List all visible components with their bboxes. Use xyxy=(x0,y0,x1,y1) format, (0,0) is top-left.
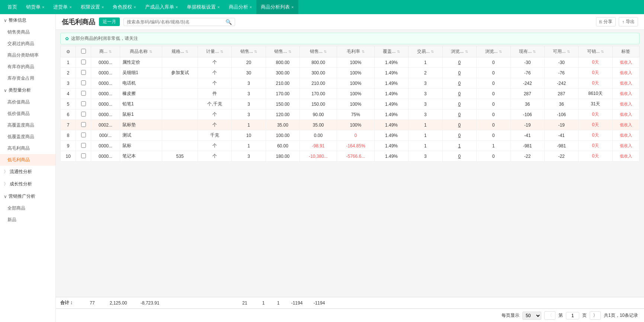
column-spec[interactable]: 规格... ⇅ xyxy=(162,46,198,57)
column-checkbox[interactable] xyxy=(76,46,91,57)
row-checkbox[interactable] xyxy=(81,133,86,137)
cell-checkbox[interactable] xyxy=(76,57,91,68)
cell-view1[interactable]: 1 xyxy=(442,141,476,151)
next-page-button[interactable]: 〉 xyxy=(590,311,601,320)
close-icon[interactable]: × xyxy=(250,5,252,9)
nav-product-inbound[interactable]: 产成品入库单 × xyxy=(141,0,182,14)
row-checkbox[interactable] xyxy=(81,153,86,158)
sort-icon: ⇅ xyxy=(431,50,434,54)
nav-sales-order[interactable]: 销货单 × xyxy=(22,0,49,14)
sidebar-item-low-value[interactable]: 低价值商品 xyxy=(0,108,55,119)
cell-view1[interactable]: 0 xyxy=(442,120,476,130)
column-gross-margin[interactable]: 毛利率 ⇅ xyxy=(337,46,374,57)
select-all-checkbox[interactable] xyxy=(81,49,86,54)
row-checkbox[interactable] xyxy=(81,91,86,96)
sidebar-item-category-sales-rate[interactable]: 商品分类助销率 xyxy=(0,50,55,61)
cell-view1[interactable]: 0 xyxy=(442,109,476,120)
cell-current-stock: -106 xyxy=(510,109,544,120)
gear-icon[interactable]: ⚙ xyxy=(66,49,70,54)
sidebar-item-stocked-products[interactable]: 有库存的商品 xyxy=(0,61,55,73)
row-checkbox[interactable] xyxy=(81,70,86,75)
sidebar-item-sales-products[interactable]: 销售类商品 xyxy=(0,26,55,38)
sidebar-item-high-value[interactable]: 高价值商品 xyxy=(0,96,55,108)
sidebar-item-all-products[interactable]: 全部商品 xyxy=(0,203,55,214)
footer-total-label: 合计： xyxy=(60,300,74,306)
row-checkbox[interactable] xyxy=(81,112,86,117)
nav-purchase-order[interactable]: 进货单 × xyxy=(49,0,76,14)
column-code[interactable]: 商... ⇅ xyxy=(91,46,120,57)
cell-checkbox[interactable] xyxy=(76,120,91,130)
column-available[interactable]: 可用... ⇅ xyxy=(544,46,578,57)
sidebar-item-low-margin[interactable]: 低毛利商品 xyxy=(0,154,55,166)
column-current-stock[interactable]: 现有... ⇅ xyxy=(510,46,544,57)
cell-checkbox[interactable] xyxy=(76,78,91,89)
column-coverage[interactable]: 覆盖... ⇅ xyxy=(374,46,408,57)
sidebar-group-growth[interactable]: 〉 成长性分析 xyxy=(0,178,55,190)
cell-checkbox[interactable] xyxy=(76,109,91,120)
cell-view2: 0 xyxy=(477,109,510,120)
sidebar-item-stock-capital[interactable]: 库存资金占用 xyxy=(0,73,55,84)
cell-view1[interactable]: 0 xyxy=(442,99,476,109)
row-checkbox[interactable] xyxy=(81,122,86,127)
sidebar-item-high-margin[interactable]: 高毛利商品 xyxy=(0,143,55,154)
column-view2[interactable]: 浏览... ⇅ xyxy=(477,46,510,57)
table-container[interactable]: ⚙ 商... ⇅ 商品名称 ⇅ 规格... ⇅ 计量... ⇅ 销售... ⇅ … xyxy=(56,46,644,297)
column-sellable[interactable]: 可销... ⇅ xyxy=(579,46,612,57)
close-icon[interactable]: × xyxy=(102,5,104,9)
row-checkbox[interactable] xyxy=(81,101,86,106)
close-icon[interactable]: × xyxy=(69,5,71,9)
cell-checkbox[interactable] xyxy=(76,89,91,99)
cell-unit: 个 xyxy=(198,78,231,89)
cell-view1[interactable]: 0 xyxy=(442,78,476,89)
nav-home[interactable]: 首页 xyxy=(3,0,22,14)
column-sales-count[interactable]: 销售... ⇅ xyxy=(232,46,266,57)
sidebar-group-overall[interactable]: ∨ 整体信息 xyxy=(0,14,55,26)
cell-view1[interactable]: 0 xyxy=(442,68,476,78)
close-icon[interactable]: × xyxy=(217,5,220,9)
cell-view1[interactable]: 0 xyxy=(442,57,476,68)
row-checkbox[interactable] xyxy=(81,60,86,64)
column-name[interactable]: 商品名称 ⇅ xyxy=(120,46,162,57)
sidebar-item-new-products[interactable]: 新品 xyxy=(0,214,55,226)
export-button[interactable]: ↑ 导出 xyxy=(619,17,638,26)
close-icon[interactable]: × xyxy=(134,5,136,9)
column-tag[interactable]: 标签 xyxy=(612,46,639,57)
nav-product-analysis-list[interactable]: 商品分析列表 × xyxy=(256,0,298,14)
row-checkbox[interactable] xyxy=(81,80,86,85)
page-size-select[interactable]: 10 20 50 100 xyxy=(522,312,541,320)
nav-role-auth[interactable]: 角色授权 × xyxy=(108,0,140,14)
column-sales-profit[interactable]: 销售... ⇅ xyxy=(300,46,337,57)
nav-product-analysis[interactable]: 商品分析 × xyxy=(224,0,256,14)
close-icon[interactable]: × xyxy=(42,5,44,9)
column-view1[interactable]: 浏览... ⇅ xyxy=(442,46,476,57)
cell-checkbox[interactable] xyxy=(76,151,91,162)
cell-checkbox[interactable] xyxy=(76,130,91,141)
column-gear[interactable]: ⚙ xyxy=(61,46,76,57)
search-input[interactable] xyxy=(127,19,225,25)
search-icon[interactable]: 🔍 xyxy=(225,19,232,25)
close-icon[interactable]: × xyxy=(176,5,178,9)
page-number-input[interactable] xyxy=(566,312,579,319)
prev-page-button[interactable]: 〈 xyxy=(544,311,555,320)
sidebar-group-type-analysis[interactable]: ∨ 类型量分析 xyxy=(0,84,55,96)
close-icon[interactable]: × xyxy=(291,5,294,9)
row-checkbox[interactable] xyxy=(81,143,86,148)
cell-view1[interactable]: 0 xyxy=(442,89,476,99)
date-filter-button[interactable]: 近一月 xyxy=(99,17,120,26)
cell-view1[interactable]: 0 xyxy=(442,151,476,162)
sidebar-item-high-coverage[interactable]: 高覆盖度商品 xyxy=(0,119,55,131)
sidebar-group-liquidity[interactable]: 〉 流通性分析 xyxy=(0,166,55,178)
nav-permission-settings[interactable]: 权限设置 × xyxy=(76,0,108,14)
cell-view1[interactable]: 0 xyxy=(442,130,476,141)
cell-checkbox[interactable] xyxy=(76,68,91,78)
cell-checkbox[interactable] xyxy=(76,99,91,109)
column-sales-amount[interactable]: 销售... ⇅ xyxy=(266,46,299,57)
cell-checkbox[interactable] xyxy=(76,141,91,151)
sidebar-group-marketing[interactable]: ∨ 营销推广分析 xyxy=(0,190,55,203)
share-button[interactable]: ⎘ 分享 xyxy=(596,17,616,26)
sidebar-item-traded-products[interactable]: 交易过的商品 xyxy=(0,38,55,50)
column-trade-count[interactable]: 交易... ⇅ xyxy=(408,46,442,57)
column-unit[interactable]: 计量... ⇅ xyxy=(198,46,231,57)
sidebar-item-low-coverage[interactable]: 低覆盖度商品 xyxy=(0,131,55,143)
nav-template-settings[interactable]: 单据模板设置 × xyxy=(182,0,224,14)
